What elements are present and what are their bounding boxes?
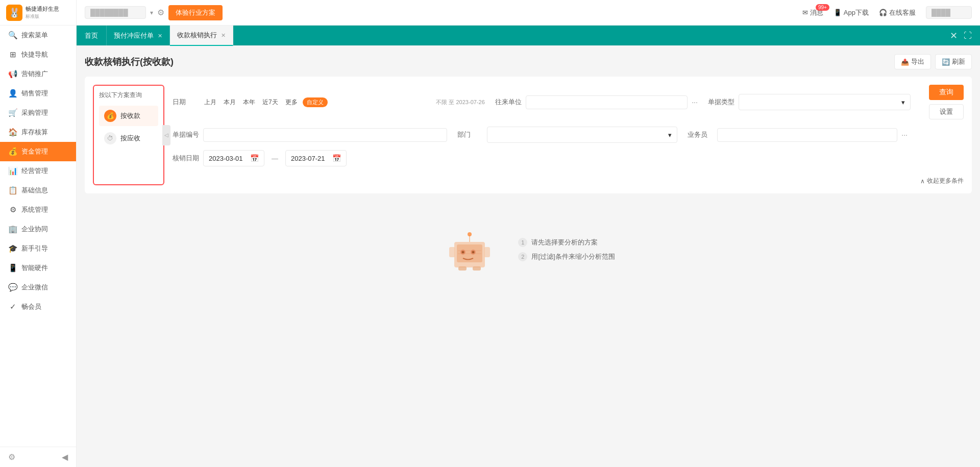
counterparty-input[interactable]: [526, 95, 688, 109]
empty-hints: 1 请先选择要分析的方案 2 用[过滤]条件来缩小分析范围: [518, 238, 615, 261]
writeoff-date-start-value: 2023-03-01: [209, 155, 243, 162]
sidebar-item-vip[interactable]: ✓ 畅会员: [0, 297, 76, 316]
sidebar-item-basic-info[interactable]: 📋 基础信息: [0, 181, 76, 200]
filter-row-2: 单据编号 部门 ▾ 业务员 ···: [173, 127, 964, 143]
date-7days-btn[interactable]: 近7天: [260, 97, 280, 108]
sidebar-item-sales[interactable]: 👤 销售管理: [0, 84, 76, 103]
topbar-arrow-icon[interactable]: ▾: [150, 9, 153, 16]
sidebar-item-enterprise[interactable]: 🏢 企业协同: [0, 219, 76, 239]
sidebar-item-guide[interactable]: 🎓 新手引导: [0, 239, 76, 258]
date-last-month-btn[interactable]: 上月: [202, 97, 218, 108]
counterparty-dots[interactable]: ···: [692, 98, 698, 106]
writeoff-date-end-input[interactable]: 2023-07-21 📅: [285, 150, 347, 166]
messages-item[interactable]: ✉ 消息 99+: [802, 8, 823, 17]
app-download-label: App下载: [844, 8, 869, 17]
sidebar-item-label: 搜索菜单: [21, 31, 48, 40]
sidebar-item-system[interactable]: ⚙ 系统管理: [0, 200, 76, 219]
sidebar-item-smart-hw[interactable]: 📱 智能硬件: [0, 258, 76, 278]
sidebar: 🐰 畅捷通好生意 标准版 🔍 搜索菜单 ⊞ 快捷导航 📢 营销推广 👤 销售管理…: [0, 0, 77, 467]
sidebar-item-label: 采购管理: [21, 108, 48, 117]
filter-row-1: 日期 上月 本月 本年 近7天 更多 自定义 不限 至 2023-07-26 往…: [173, 85, 964, 119]
industry-btn[interactable]: 体验行业方案: [168, 5, 223, 20]
app-download-item[interactable]: 📱 App下载: [834, 8, 869, 17]
logo-icon: 🐰: [6, 5, 22, 21]
collapse-sidebar-icon[interactable]: ◀: [62, 452, 68, 462]
salesperson-dots[interactable]: ···: [901, 131, 908, 139]
sidebar-item-business[interactable]: 📊 经营管理: [0, 161, 76, 181]
salesperson-input[interactable]: [717, 128, 897, 142]
sidebar-item-label: 新手引导: [21, 244, 48, 253]
salesperson-label: 业务员: [688, 130, 713, 139]
sidebar-item-label: 营销推广: [21, 69, 48, 79]
writeoff-date-start-input[interactable]: 2023-03-01 📅: [203, 150, 264, 166]
topbar-gear-icon[interactable]: ⚙: [157, 8, 164, 17]
finance-icon: 💰: [8, 147, 17, 156]
filter-option-by-receipt[interactable]: 💰 按收款: [99, 106, 158, 126]
counterparty-label: 往来单位: [495, 97, 522, 107]
sidebar-item-label: 企业协同: [21, 225, 48, 234]
date-this-month-btn[interactable]: 本月: [222, 97, 238, 108]
receipt-option-icon: 💰: [104, 110, 116, 122]
refresh-button[interactable]: 🔄 刷新: [935, 54, 972, 69]
date-custom-badge[interactable]: 自定义: [303, 97, 328, 107]
purchase-icon: 🛒: [8, 108, 17, 117]
bill-type-select[interactable]: ▾: [739, 94, 911, 110]
date-range-display: 不限 至 2023-07-26: [436, 99, 484, 106]
department-select[interactable]: ▾: [487, 127, 677, 143]
sidebar-item-wechat[interactable]: 💬 企业微信: [0, 278, 76, 297]
collapse-more-btn[interactable]: ∧ 收起更多条件: [173, 174, 964, 185]
sidebar-item-label: 基础信息: [21, 186, 48, 195]
hint-num-2: 2: [518, 252, 527, 261]
tab-collection-close[interactable]: ✕: [221, 32, 226, 39]
date-this-year-btn[interactable]: 本年: [241, 97, 257, 108]
empty-illustration: [442, 224, 498, 275]
wechat-icon: 💬: [8, 283, 17, 292]
date-field: 日期 上月 本月 本年 近7天 更多 自定义: [173, 97, 426, 108]
logo-text: 畅捷通好生意: [26, 5, 59, 13]
sidebar-item-search[interactable]: 🔍 搜索菜单: [0, 26, 76, 45]
tabbar-expand-icon[interactable]: ⛶: [964, 31, 972, 40]
sidebar-item-finance[interactable]: 💰 资金管理: [0, 142, 76, 161]
empty-hint-2: 2 用[过滤]条件来缩小分析范围: [518, 252, 615, 261]
tab-prepay-label: 预付冲应付单: [114, 31, 154, 40]
guide-icon: 🎓: [8, 244, 17, 253]
receivable-option-icon: ⏱: [104, 132, 116, 144]
messages-badge: 99+: [816, 4, 829, 11]
sidebar-item-marketing[interactable]: 📢 营销推广: [0, 64, 76, 84]
tabbar-close-icon[interactable]: ✕: [950, 30, 958, 41]
empty-state: 1 请先选择要分析的方案 2 用[过滤]条件来缩小分析范围: [85, 193, 972, 306]
svg-rect-13: [473, 266, 481, 271]
settings-icon[interactable]: ⚙: [8, 452, 15, 462]
filter-collapse-button[interactable]: ◁: [162, 125, 170, 145]
department-field: 部门 ▾: [457, 127, 677, 143]
tab-prepay-close[interactable]: ✕: [158, 33, 162, 39]
online-service-label: 在线客服: [889, 8, 916, 17]
refresh-icon: 🔄: [942, 58, 950, 66]
export-button[interactable]: 📤 导出: [894, 54, 931, 69]
query-button[interactable]: 查询: [929, 85, 964, 100]
online-service-item[interactable]: 🎧 在线客服: [879, 8, 916, 17]
marketing-icon: 📢: [8, 69, 17, 79]
user-info: ████: [926, 6, 972, 19]
sidebar-item-quick-nav[interactable]: ⊞ 快捷导航: [0, 45, 76, 64]
receipt-option-label: 按收款: [120, 111, 140, 120]
export-label: 导出: [911, 57, 924, 66]
collapse-more-label: 收起更多条件: [927, 177, 964, 185]
sidebar-item-purchase[interactable]: 🛒 采购管理: [0, 103, 76, 122]
tab-collection[interactable]: 收款核销执行 ✕: [170, 26, 233, 46]
system-icon: ⚙: [8, 205, 17, 214]
tab-prepay[interactable]: 预付冲应付单 ✕: [107, 26, 170, 46]
headset-icon: 🎧: [879, 9, 887, 16]
sidebar-item-label: 企业微信: [21, 283, 48, 292]
filter-option-by-receivable[interactable]: ⏱ 按应收: [99, 128, 158, 149]
writeoff-date-field: 核销日期 2023-03-01 📅 — 2023-07-21 📅: [173, 150, 451, 166]
svg-rect-12: [458, 266, 467, 271]
sidebar-item-inventory[interactable]: 🏠 库存核算: [0, 122, 76, 142]
topbar-right: ✉ 消息 99+ 📱 App下载 🎧 在线客服 ████: [802, 6, 972, 19]
bill-no-label: 单据编号: [173, 130, 199, 139]
tab-home[interactable]: 首页: [77, 26, 107, 46]
date-more-btn[interactable]: 更多: [283, 97, 300, 108]
bill-no-input[interactable]: [203, 128, 447, 142]
settings-button[interactable]: 设置: [929, 104, 964, 119]
basic-info-icon: 📋: [8, 186, 17, 195]
